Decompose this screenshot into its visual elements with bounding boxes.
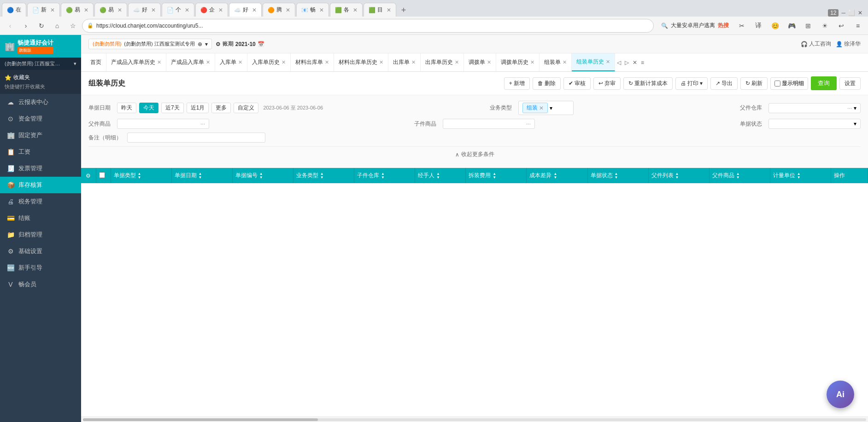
col-disassemble-fee[interactable]: 拆装费用 ▲▼ bbox=[466, 168, 527, 183]
sidebar-item-fund-mgmt[interactable]: ⊙ 资金管理 bbox=[0, 110, 81, 127]
ai-fab-button[interactable]: Ai bbox=[827, 381, 854, 408]
browser-tab-4[interactable]: 🟢 易 ✕ bbox=[94, 3, 127, 17]
sidebar-item-checkout[interactable]: 💳 结账 bbox=[0, 210, 81, 226]
recalc-cost-button[interactable]: ↻ 重新计算成本 bbox=[623, 77, 673, 90]
col-bill-date[interactable]: 单据日期 ▲▼ bbox=[171, 168, 232, 183]
calendar-icon[interactable]: 📅 bbox=[258, 41, 264, 47]
parent-warehouse-more-icon[interactable]: ··· bbox=[847, 105, 852, 111]
nav-close-all[interactable]: ✕ bbox=[631, 59, 639, 66]
sort-bill-type[interactable]: ▲▼ bbox=[138, 172, 141, 179]
audit-button[interactable]: ✔ 审核 bbox=[563, 77, 591, 90]
sidebar-item-basic-settings[interactable]: ⚙ 基础设置 bbox=[0, 243, 81, 260]
nav-tab-in-order-close[interactable]: ✕ bbox=[238, 59, 242, 65]
col-bill-type[interactable]: 单据类型 ▲▼ bbox=[111, 168, 171, 183]
nav-arrow-right[interactable]: ▷ bbox=[623, 59, 631, 66]
nav-tab-out-order[interactable]: 出库单 ✕ bbox=[388, 53, 421, 71]
col-settings[interactable]: ⚙ bbox=[81, 168, 96, 183]
date-btn-1month[interactable]: 近1月 bbox=[187, 103, 209, 113]
nav-arrow-left[interactable]: ◁ bbox=[615, 59, 623, 66]
print-button[interactable]: 🖨 打印 ▾ bbox=[675, 77, 708, 90]
col-parent-product[interactable]: 父件商品 ▲▼ bbox=[709, 168, 770, 183]
home-button[interactable]: ⌂ bbox=[51, 19, 64, 32]
tab-close-12[interactable]: ✕ bbox=[387, 7, 391, 13]
col-cost-diff[interactable]: 成本差异 ▲▼ bbox=[527, 168, 587, 183]
date-btn-7days[interactable]: 近7天 bbox=[161, 103, 184, 113]
tab-close-4[interactable]: ✕ bbox=[117, 7, 122, 13]
parent-warehouse-selector[interactable]: ··· ▾ bbox=[768, 103, 861, 113]
nav-tab-out-order-history-close[interactable]: ✕ bbox=[455, 59, 459, 65]
abandon-button[interactable]: ↩ 弃审 bbox=[593, 77, 621, 90]
tab-close-9[interactable]: ✕ bbox=[286, 7, 290, 13]
col-child-warehouse[interactable]: 子件仓库 ▲▼ bbox=[354, 168, 415, 183]
sidebar-item-fixed-assets[interactable]: 🏢 固定资产 bbox=[0, 127, 81, 144]
nav-tab-assembly[interactable]: 组装单 ✕ bbox=[540, 53, 572, 71]
nav-tab-in-order-history-close[interactable]: ✕ bbox=[282, 59, 286, 65]
date-btn-more[interactable]: 更多 bbox=[211, 103, 231, 113]
export-button[interactable]: ↗ 导出 bbox=[710, 77, 738, 90]
window-maximize-btn[interactable]: ⬜ bbox=[848, 10, 855, 16]
browser-tab-2[interactable]: 📄 新 ✕ bbox=[27, 3, 60, 17]
show-detail-input[interactable] bbox=[774, 81, 780, 87]
col-bill-status[interactable]: 单据状态 ▲▼ bbox=[587, 168, 648, 183]
scrollbar-thumb[interactable] bbox=[83, 418, 318, 421]
user-info[interactable]: 👤 徐泽华 bbox=[836, 40, 861, 48]
nav-tab-in-order-history[interactable]: 入库单历史 ✕ bbox=[247, 53, 291, 71]
sidebar-item-salary[interactable]: 📋 工资 bbox=[0, 144, 81, 160]
sidebar-item-tax-mgmt[interactable]: 🖨 税务管理 bbox=[0, 193, 81, 210]
company-selector[interactable]: (勿删勿禁用) (勿删勿禁用) 江西服宝测试专用 ⊕ ▾ bbox=[88, 39, 212, 49]
sort-bill-date[interactable]: ▲▼ bbox=[199, 172, 202, 179]
sidebar-item-invoice-mgmt[interactable]: 🧾 发票管理 bbox=[0, 160, 81, 177]
new-button[interactable]: + 新增 bbox=[504, 77, 530, 90]
tab-close-6[interactable]: ✕ bbox=[185, 7, 189, 13]
sidebar-item-cloud-report[interactable]: ☁ 云报表中心 bbox=[0, 94, 81, 110]
tab-close-11[interactable]: ✕ bbox=[353, 7, 358, 13]
settings-button[interactable]: 设置 bbox=[839, 77, 861, 90]
parent-product-selector[interactable]: ··· bbox=[117, 119, 209, 129]
address-bar[interactable]: 🔒 https://cloud.chanjet.com/accounting/u… bbox=[82, 19, 654, 33]
browser-tab-9[interactable]: 🟠 腾 ✕ bbox=[263, 3, 295, 17]
browser-tab-1[interactable]: 🔵 在 bbox=[2, 3, 26, 17]
col-unit[interactable]: 计量单位 ▲▼ bbox=[770, 168, 831, 183]
browser-tab-6[interactable]: 📄 个 ✕ bbox=[162, 3, 194, 17]
refresh-button[interactable]: ↻ bbox=[35, 19, 48, 32]
forward-button[interactable]: › bbox=[19, 19, 32, 32]
nav-tab-transfer-history[interactable]: 调拨单历史 ✕ bbox=[496, 53, 540, 71]
scissors-icon-btn[interactable]: ✂ bbox=[735, 19, 748, 32]
bottom-scrollbar[interactable] bbox=[81, 416, 868, 422]
game-icon-btn[interactable]: 🎮 bbox=[785, 19, 798, 32]
sort-disassemble-fee[interactable]: ▲▼ bbox=[493, 172, 496, 179]
nav-tab-material-out[interactable]: 材料出库单 ✕ bbox=[291, 53, 334, 71]
sort-unit[interactable]: ▲▼ bbox=[797, 172, 801, 179]
new-tab-button[interactable]: + bbox=[397, 4, 410, 17]
nav-tab-assembly-history[interactable]: 组装单历史 ✕ bbox=[572, 53, 615, 71]
browser-tab-12[interactable]: 🟩 目 ✕ bbox=[364, 3, 396, 17]
nav-tab-home[interactable]: 首页 bbox=[86, 53, 106, 71]
nav-tab-transfer[interactable]: 调拨单 ✕ bbox=[464, 53, 496, 71]
child-product-selector[interactable]: ··· bbox=[443, 119, 535, 129]
sidebar-item-inventory[interactable]: 📦 库存核算 bbox=[0, 177, 81, 193]
nav-tab-out-order-close[interactable]: ✕ bbox=[411, 59, 416, 65]
date-btn-yesterday[interactable]: 昨天 bbox=[117, 103, 136, 113]
nav-tab-assembly-close[interactable]: ✕ bbox=[563, 59, 567, 65]
refresh-button[interactable]: ↻ 刷新 bbox=[740, 77, 768, 90]
tab-close-7[interactable]: ✕ bbox=[218, 7, 223, 13]
bill-status-selector[interactable]: ▾ bbox=[768, 119, 861, 129]
nav-tab-material-out-history-close[interactable]: ✕ bbox=[379, 59, 383, 65]
select-all-checkbox[interactable] bbox=[99, 172, 105, 178]
business-type-tag-close[interactable]: ✕ bbox=[539, 105, 544, 111]
tab-close-3[interactable]: ✕ bbox=[84, 7, 88, 13]
query-button[interactable]: 查询 bbox=[811, 76, 837, 90]
nav-tab-transfer-history-close[interactable]: ✕ bbox=[530, 59, 534, 65]
tab-close-10[interactable]: ✕ bbox=[319, 7, 324, 13]
sort-bill-no[interactable]: ▲▼ bbox=[259, 172, 263, 179]
sort-parent-list[interactable]: ▲▼ bbox=[675, 172, 679, 179]
sidebar-item-archive-mgmt[interactable]: 📁 归档管理 bbox=[0, 226, 81, 243]
sidebar-item-new-guide[interactable]: 🆕 新手引导 bbox=[0, 260, 81, 276]
settings-small-icon[interactable]: ⚙ bbox=[216, 41, 221, 47]
date-btn-today[interactable]: 今天 bbox=[139, 103, 158, 113]
nav-tab-assembly-history-close[interactable]: ✕ bbox=[606, 59, 610, 65]
browser-tab-5[interactable]: ☁️ 好 ✕ bbox=[128, 3, 161, 17]
sun-icon-btn[interactable]: ☀ bbox=[818, 19, 831, 32]
nav-tab-out-order-history[interactable]: 出库单历史 ✕ bbox=[421, 53, 464, 71]
window-close-btn[interactable]: ✕ bbox=[858, 10, 862, 16]
